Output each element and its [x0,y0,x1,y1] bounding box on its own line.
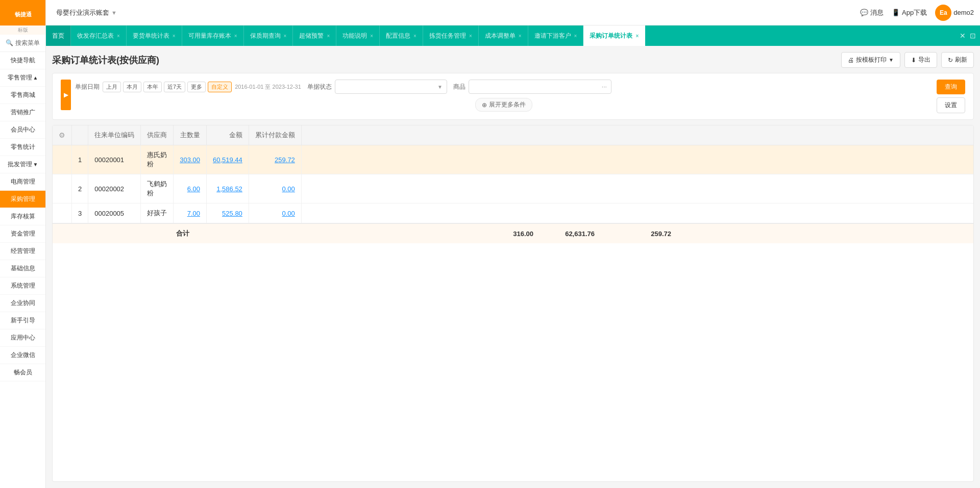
footer-qty: 316.00 [472,230,533,238]
table-row[interactable]: 2 00020002 飞鹤奶粉 6.00 1,586.52 0.00 [53,174,973,203]
tab-close-collect-pay[interactable]: × [117,33,120,39]
tab-close-pick-task[interactable]: × [469,33,472,39]
sidebar-item-wechat[interactable]: 企业微信 [0,347,45,364]
sidebar-item-member[interactable]: 会员中心 [0,121,45,139]
td-qty-2[interactable]: 6.00 [174,174,207,203]
th-amount: 金额 [207,125,249,145]
date-btn-7days[interactable]: 近7天 [164,82,185,92]
tab-invite-downstream[interactable]: 邀请下游客户 × [528,25,584,46]
sidebar-item-retail-stat[interactable]: 零售统计 [0,139,45,156]
tab-inventory-ledger[interactable]: 可用量库存账本 × [182,25,244,46]
sidebar-item-enterprise[interactable]: 企业协同 [0,295,45,312]
filter-expand-area: ⊕ 展开更多条件 [75,98,933,112]
tab-overstock-alert[interactable]: 超储预警 × [293,25,336,46]
sidebar-item-vip[interactable]: 畅会员 [0,364,45,381]
sidebar-item-basic[interactable]: 基础信息 [0,260,45,277]
tab-collect-pay[interactable]: 收发存汇总表 × [71,25,127,46]
td-settings-3 [53,203,72,223]
tab-close-purchase-order-stat[interactable]: × [635,33,639,39]
td-qty-1[interactable]: 303.00 [174,145,207,174]
tab-purchase-stat[interactable]: 要货单统计表 × [127,25,182,46]
chevron-down-icon-status: ▼ [437,84,443,90]
export-button[interactable]: ⬇ 导出 [904,52,937,68]
table-footer: 合计 316.00 62,631.76 259.72 [53,223,973,243]
sidebar: 畅捷通 标版 🔍 搜索菜单 快捷导航 零售管理 ▲ 零售商城 营销推广 会员中心… [0,0,46,488]
tab-close-expiry-query[interactable]: × [284,33,287,39]
sidebar-item-wholesale[interactable]: 批发管理 ▼ [0,156,45,173]
sidebar-item-ecommerce[interactable]: 电商管理 [0,173,45,191]
tab-close-cost-adjust[interactable]: × [519,33,522,39]
td-paid-1[interactable]: 259.72 [249,145,301,174]
td-qty-3[interactable]: 7.00 [174,203,207,223]
th-settings[interactable]: ⚙ [53,125,72,145]
search-label: 搜索菜单 [15,39,40,46]
sidebar-item-inventory[interactable]: 库存核算 [0,208,45,225]
tab-maximize-button[interactable]: ⊡ [970,32,976,40]
td-index-2: 2 [72,174,88,203]
date-range-display: 2016-01-01 至 2023-12-31 [235,83,301,91]
tab-close-inventory-ledger[interactable]: × [234,33,237,39]
page-header: 采购订单统计表(按供应商) 🖨 按模板打印 ▼ ⬇ 导出 ↻ 刷新 [52,52,974,68]
settings-button[interactable]: 设置 [937,97,965,113]
sidebar-item-marketing[interactable]: 营销推广 [0,104,45,121]
sidebar-search[interactable]: 🔍 搜索菜单 [0,35,45,52]
sidebar-item-wholesale-label: 批发管理 [8,160,32,169]
td-paid-3[interactable]: 0.00 [249,203,301,223]
tab-expiry-query[interactable]: 保质期查询 × [244,25,293,46]
template-print-button[interactable]: 🖨 按模板打印 ▼ [841,52,900,68]
user-profile[interactable]: Ea demo2 [935,5,974,21]
sidebar-item-finance[interactable]: 资金管理 [0,225,45,243]
message-action[interactable]: 💬 消息 [860,8,884,17]
sidebar-quick-nav[interactable]: 快捷导航 [0,52,45,69]
data-table-container: ⚙ 往来单位编码 供应商 主数量 金额 累计付款金额 1 [52,125,974,482]
date-btn-last-month[interactable]: 上月 [103,82,121,92]
table-row[interactable]: 1 00020001 惠氏奶粉 303.00 60,519.44 259.72 [53,145,973,174]
svg-text:畅捷通: 畅捷通 [14,11,32,17]
date-btn-more[interactable]: 更多 [187,82,206,92]
sidebar-item-operations[interactable]: 经营管理 [0,243,45,260]
username: demo2 [953,9,974,16]
sidebar-item-retail[interactable]: 零售管理 ▲ [0,69,45,87]
tab-func-desc[interactable]: 功能说明 × [336,25,380,46]
tab-close-overstock-alert[interactable]: × [327,33,330,39]
tab-close-func-desc[interactable]: × [370,33,373,39]
table-row[interactable]: 3 00020005 好孩子 7.00 525.80 0.00 [53,203,973,223]
tab-pick-task[interactable]: 拣货任务管理 × [423,25,479,46]
date-btn-this-month[interactable]: 本月 [123,82,141,92]
tab-config-info[interactable]: 配置信息 × [380,25,423,46]
search-icon: 🔍 [6,39,13,46]
date-btn-this-year[interactable]: 本年 [143,82,162,92]
tab-purchase-order-stat[interactable]: 采购订单统计表 × [583,25,645,46]
message-icon: 💬 [860,9,868,16]
tab-close-all-button[interactable]: ✕ [960,32,966,40]
tab-close-config-info[interactable]: × [413,33,416,39]
tab-cost-adjust[interactable]: 成本调整单 × [479,25,528,46]
status-select[interactable]: ▼ [335,80,447,94]
tab-close-invite-downstream[interactable]: × [574,33,577,39]
tab-close-purchase-stat[interactable]: × [173,33,176,39]
column-settings-icon[interactable]: ⚙ [59,131,65,139]
filter-right-actions: 查询 设置 [937,80,965,113]
date-btn-custom[interactable]: 自定义 [208,82,232,92]
td-amount-1[interactable]: 60,519.44 [207,145,249,174]
topbar: 母婴行业演示账套 ▼ 💬 消息 📱 App下载 Ea demo2 [46,0,980,25]
td-amount-2[interactable]: 1,586.52 [207,174,249,203]
org-selector[interactable]: 母婴行业演示账套 ▼ [52,6,121,19]
sidebar-item-newbie[interactable]: 新手引导 [0,312,45,329]
refresh-button[interactable]: ↻ 刷新 [941,52,974,68]
td-paid-2[interactable]: 0.00 [249,174,301,203]
expand-conditions-button[interactable]: ⊕ 展开更多条件 [475,98,532,112]
search-button[interactable]: 查询 [937,80,965,94]
sidebar-item-system[interactable]: 系统管理 [0,277,45,295]
goods-input[interactable]: ··· [469,80,611,94]
sidebar-item-apps[interactable]: 应用中心 [0,329,45,347]
avatar: Ea [935,5,951,21]
sidebar-item-purchase[interactable]: 采购管理 [0,191,45,208]
td-amount-3[interactable]: 525.80 [207,203,249,223]
app-download-action[interactable]: 📱 App下载 [892,8,927,17]
tab-home[interactable]: 首页 [46,25,71,46]
filter-collapse-button[interactable]: ▶ [61,80,71,110]
td-supplier-3: 好孩子 [141,203,174,223]
th-qty: 主数量 [174,125,207,145]
sidebar-item-retail-shop[interactable]: 零售商城 [0,87,45,104]
